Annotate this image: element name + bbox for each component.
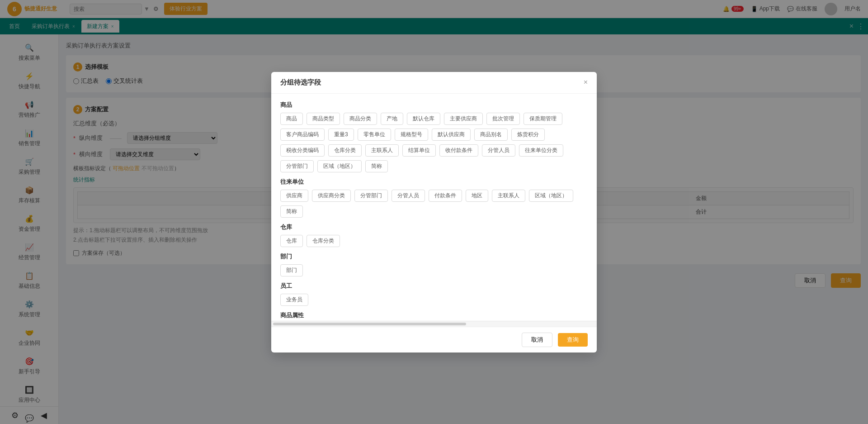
modal-title: 分组待选字段 bbox=[280, 78, 321, 87]
field-tag[interactable]: 分管人员 bbox=[482, 144, 515, 157]
field-tags-仓库: 仓库仓库分类 bbox=[280, 235, 588, 247]
field-tag[interactable]: 部门 bbox=[280, 264, 303, 276]
field-tag[interactable]: 简称 bbox=[280, 205, 303, 218]
modal-footer: 取消 查询 bbox=[271, 327, 597, 353]
field-tag[interactable]: 供应商分类 bbox=[312, 190, 351, 202]
field-tag[interactable]: 地区 bbox=[466, 190, 488, 202]
field-tag[interactable]: 付款条件 bbox=[429, 190, 462, 202]
field-tag[interactable]: 业务员 bbox=[280, 294, 308, 306]
modal-horizontal-scrollbar[interactable] bbox=[271, 321, 597, 326]
field-tags-商品: 商品商品类型商品分类产地默认仓库主要供应商批次管理保质期管理客户商品编码重量3零… bbox=[280, 113, 588, 172]
field-tag[interactable]: 分管部门 bbox=[280, 160, 314, 172]
field-tag[interactable]: 主联系人 bbox=[365, 144, 399, 157]
field-tag[interactable]: 炼货积分 bbox=[511, 129, 545, 141]
field-group-title-商品属性: 商品属性 bbox=[280, 311, 588, 319]
field-tag[interactable]: 零售单位 bbox=[358, 129, 391, 141]
field-tag[interactable]: 商品别名 bbox=[474, 129, 508, 141]
modal-dialog: 分组待选字段 × 商品商品商品类型商品分类产地默认仓库主要供应商批次管理保质期管… bbox=[271, 72, 597, 353]
modal-overlay[interactable]: 分组待选字段 × 商品商品商品类型商品分类产地默认仓库主要供应商批次管理保质期管… bbox=[0, 0, 868, 424]
modal-close-button[interactable]: × bbox=[584, 78, 588, 86]
field-tag[interactable]: 客户商品编码 bbox=[280, 129, 325, 141]
field-tag[interactable]: 保质期管理 bbox=[524, 113, 562, 125]
field-tag[interactable]: 往来单位分类 bbox=[519, 144, 563, 157]
field-tag[interactable]: 仓库分类 bbox=[328, 144, 362, 157]
field-tag[interactable]: 主联系人 bbox=[492, 190, 525, 202]
field-tag[interactable]: 仓库分类 bbox=[307, 235, 340, 247]
field-tag[interactable]: 结算单位 bbox=[402, 144, 436, 157]
field-group-title-商品: 商品 bbox=[280, 101, 588, 109]
field-tag[interactable]: 简称 bbox=[365, 160, 388, 172]
field-group-title-往来单位: 往来单位 bbox=[280, 178, 588, 186]
field-tag[interactable]: 商品 bbox=[280, 113, 303, 125]
field-tag[interactable]: 商品分类 bbox=[344, 113, 377, 125]
field-group-title-仓库: 仓库 bbox=[280, 223, 588, 231]
modal-confirm-button[interactable]: 查询 bbox=[558, 333, 588, 347]
field-tag[interactable]: 供应商 bbox=[280, 190, 308, 202]
field-tag[interactable]: 区域（地区） bbox=[317, 160, 362, 172]
field-tag[interactable]: 分管人员 bbox=[392, 190, 425, 202]
field-group-title-员工: 员工 bbox=[280, 282, 588, 290]
field-tag[interactable]: 批次管理 bbox=[486, 113, 520, 125]
field-tag[interactable]: 分管部门 bbox=[354, 190, 388, 202]
field-tag[interactable]: 主要供应商 bbox=[444, 113, 483, 125]
field-tag[interactable]: 规格型号 bbox=[395, 129, 428, 141]
field-tags-往来单位: 供应商供应商分类分管部门分管人员付款条件地区主联系人区域（地区）简称 bbox=[280, 190, 588, 218]
field-tag[interactable]: 仓库 bbox=[280, 235, 303, 247]
modal-body: 商品商品商品类型商品分类产地默认仓库主要供应商批次管理保质期管理客户商品编码重量… bbox=[271, 94, 597, 321]
field-tag[interactable]: 税收分类编码 bbox=[280, 144, 325, 157]
field-tags-员工: 业务员 bbox=[280, 294, 588, 306]
field-tag[interactable]: 重量3 bbox=[328, 129, 354, 141]
field-tag[interactable]: 商品类型 bbox=[307, 113, 340, 125]
field-tag[interactable]: 默认供应商 bbox=[432, 129, 471, 141]
field-group-title-部门: 部门 bbox=[280, 252, 588, 261]
field-tag[interactable]: 默认仓库 bbox=[407, 113, 440, 125]
field-tag[interactable]: 产地 bbox=[381, 113, 403, 125]
field-tag[interactable]: 收付款条件 bbox=[439, 144, 478, 157]
modal-cancel-button[interactable]: 取消 bbox=[522, 333, 552, 347]
field-tag[interactable]: 区域（地区） bbox=[529, 190, 573, 202]
modal-header: 分组待选字段 × bbox=[271, 72, 597, 94]
modal-hscroll-thumb bbox=[273, 323, 466, 325]
field-tags-部门: 部门 bbox=[280, 264, 588, 276]
